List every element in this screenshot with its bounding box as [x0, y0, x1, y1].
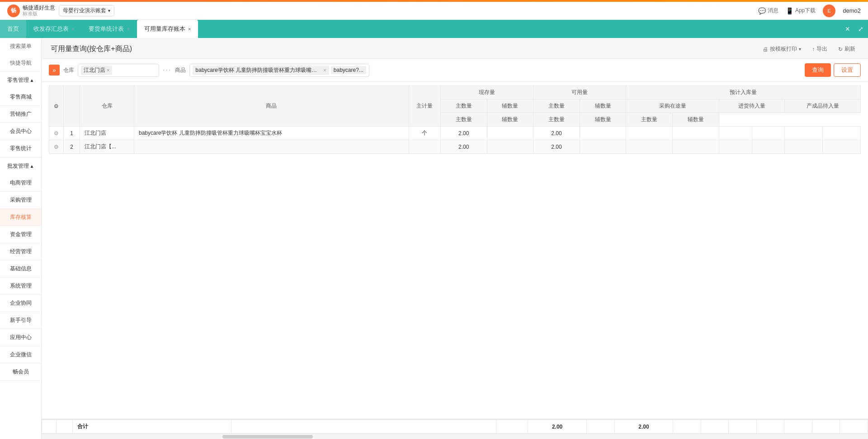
chevron-down-icon-2: ▲ [30, 164, 34, 169]
sidebar: 搜索菜单 快捷导航 零售管理 ▲ 零售商城 营销推广 会员中心 零售统计 批发管… [0, 38, 42, 439]
row-current-main: 2.00 [440, 127, 487, 140]
sidebar-item-enterprise-collab[interactable]: 企业协同 [0, 295, 41, 312]
sidebar-item-member[interactable]: 畅会员 [0, 363, 41, 381]
sidebar-item-basic-info[interactable]: 基础信息 [0, 260, 41, 278]
page-title: 可用量查询(按仓库+商品) [51, 44, 132, 54]
row-current-aux [487, 127, 533, 140]
sidebar-item-newbie-guide[interactable]: 新手引导 [0, 312, 41, 329]
footer-total-row: 合计 2.00 2.00 [42, 420, 868, 434]
page-header: 可用量查询(按仓库+商品) 🖨 按模板打印 ▾ ↑ 导出 ↻ 刷新 [42, 38, 868, 59]
product-tag-1-remove[interactable]: × [323, 67, 326, 73]
row-pt-main [626, 140, 673, 154]
col-avail-main-header: 主数量 [533, 99, 580, 113]
filter-bar: » 仓库 江北门店 × ··· 商品 babycare学饮杯 儿童防摔防撞吸管杯… [42, 59, 868, 82]
sidebar-item-ecommerce[interactable]: 电商管理 [0, 175, 41, 192]
footer-totals-table: 合计 2.00 2.00 [42, 420, 868, 434]
sidebar-item-enterprise-wechat[interactable]: 企业微信 [0, 346, 41, 363]
logo-area: 畅 畅捷通好生意 标准版 [7, 5, 55, 17]
action-buttons: 查询 设置 [805, 63, 861, 77]
tab-available-stock[interactable]: 可用量库存账本 × [137, 20, 198, 38]
message-button[interactable]: 💬 消息 [758, 7, 778, 14]
sidebar-item-finance[interactable]: 资金管理 [0, 226, 41, 243]
col-expected-in-header: 预计入库量 [626, 86, 861, 99]
row-fp-main [785, 140, 823, 154]
col-pt-main-header: 主数量 [440, 113, 487, 127]
export-button[interactable]: ↑ 导出 [808, 43, 831, 55]
print-arrow-icon: ▾ [799, 47, 801, 52]
settings-button[interactable]: 设置 [834, 63, 861, 77]
tab-home[interactable]: 首页 [0, 20, 26, 38]
export-icon: ↑ [812, 46, 815, 52]
close-all-tabs-button[interactable]: × [845, 20, 850, 38]
product-filter-input[interactable]: babycare学饮杯 儿童防摔防撞吸管杯重力球吸嘴杯宝宝水杯 × babyca… [189, 64, 369, 77]
product-filter-label: 商品 [175, 66, 186, 74]
main-layout: 搜索菜单 快捷导航 零售管理 ▲ 零售商城 营销推广 会员中心 零售统计 批发管… [0, 38, 868, 439]
bottom-scrollbar[interactable] [42, 434, 868, 439]
expand-nav-button[interactable]: ⤢ [858, 20, 863, 38]
row-avail-aux [580, 140, 626, 154]
row-avail-main: 2.00 [533, 127, 580, 140]
print-template-button[interactable]: 🖨 按模板打印 ▾ [759, 43, 805, 55]
sidebar-item-purchase[interactable]: 采购管理 [0, 192, 41, 209]
tab-summary[interactable]: 收发存汇总表 × [26, 20, 81, 38]
col-pp-main-header: 主数量 [533, 113, 580, 127]
refresh-icon: ↻ [838, 46, 843, 52]
industry-selector[interactable]: 母婴行业演示账套 ▾ [59, 5, 114, 16]
col-purchase-transit-header: 采购在途量 [626, 99, 719, 113]
row-pt-aux [673, 127, 719, 140]
tab-summary-close[interactable]: × [71, 26, 74, 32]
row-warehouse: 江北门店【... [80, 140, 134, 154]
sidebar-item-operations[interactable]: 经营管理 [0, 243, 41, 260]
sidebar-item-inventory[interactable]: 库存核算 [0, 209, 41, 226]
col-fp-main-header: 主数量 [626, 113, 673, 127]
warehouse-filter-more[interactable]: ··· [163, 66, 171, 74]
sidebar-item-app-center[interactable]: 应用中心 [0, 329, 41, 346]
expand-filter-button[interactable]: » [49, 65, 60, 76]
avatar-image: E [828, 8, 831, 14]
col-fp-aux-header: 辅数量 [673, 113, 719, 127]
col-setting-header[interactable]: ⚙ [49, 86, 64, 127]
sidebar-item-member-center[interactable]: 会员中心 [0, 123, 41, 140]
tab-order-stat[interactable]: 要货单统计表 × [81, 20, 137, 38]
footer-current-main: 2.00 [528, 420, 587, 434]
template-badge: 标准版 [23, 11, 55, 17]
col-current-aux-header: 辅数量 [487, 99, 533, 113]
row-pp-aux [752, 140, 785, 154]
sidebar-item-wholesale-mgmt[interactable]: 批发管理 ▲ [0, 158, 41, 175]
col-avail-aux-header: 辅数量 [580, 99, 626, 113]
query-button[interactable]: 查询 [805, 63, 831, 77]
table-area: ⚙ 仓库 商品 主计量 现存量 可用量 预计入库量 主数量 辅数 [42, 82, 868, 419]
warehouse-filter-input[interactable]: 江北门店 × [78, 64, 159, 77]
col-seq-header [64, 86, 80, 127]
row-setting-icon[interactable]: ⚙ [49, 127, 64, 140]
sidebar-item-retail-mall[interactable]: 零售商城 [0, 89, 41, 106]
tab-order-stat-close[interactable]: × [127, 26, 129, 32]
table-row[interactable]: ⚙ 2 江北门店【... 2.00 2.00 [49, 140, 861, 154]
nav-tabs: 首页 收发存汇总表 × 要货单统计表 × 可用量库存账本 × × ⤢ [0, 20, 868, 38]
row-product: babycare学饮杯 儿童防摔防撞吸管杯重力球吸嘴杯宝宝水杯 [134, 127, 409, 140]
row-warehouse: 江北门店 [80, 127, 134, 140]
sidebar-item-system[interactable]: 系统管理 [0, 278, 41, 295]
sidebar-item-retail-mgmt[interactable]: 零售管理 ▲ [0, 72, 41, 89]
sidebar-item-retail-stats[interactable]: 零售统计 [0, 140, 41, 157]
warehouse-tag-remove[interactable]: × [107, 67, 109, 73]
sidebar-item-marketing[interactable]: 营销推广 [0, 106, 41, 123]
chevron-down-icon: ▾ [108, 8, 110, 13]
header-actions: 🖨 按模板打印 ▾ ↑ 导出 ↻ 刷新 [759, 43, 859, 55]
sidebar-search-menu[interactable]: 搜索菜单 [0, 38, 41, 55]
avatar[interactable]: E [823, 5, 835, 17]
row-pp-main [719, 140, 752, 154]
row-fp-main [785, 127, 823, 140]
col-available-header: 可用量 [533, 86, 626, 99]
row-seq: 2 [64, 140, 80, 154]
tab-available-stock-close[interactable]: × [188, 26, 191, 32]
refresh-button[interactable]: ↻ 刷新 [835, 43, 859, 55]
col-warehouse-header: 仓库 [80, 86, 134, 127]
row-setting-icon[interactable]: ⚙ [49, 140, 64, 154]
sidebar-quick-nav[interactable]: 快捷导航 [0, 55, 41, 71]
app-download-button[interactable]: 📱 App下载 [786, 7, 816, 14]
col-current-main-header: 主数量 [440, 99, 487, 113]
col-finished-pending-header: 产成品待入量 [785, 99, 861, 113]
table-row[interactable]: ⚙ 1 江北门店 babycare学饮杯 儿童防摔防撞吸管杯重力球吸嘴杯宝宝水杯… [49, 127, 861, 140]
product-tag-2: babycare?... [331, 66, 366, 74]
